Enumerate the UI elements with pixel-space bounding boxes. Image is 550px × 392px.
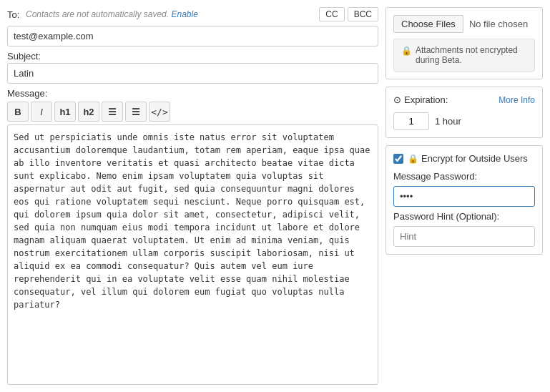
encrypt-checkbox[interactable] <box>393 154 403 164</box>
enable-link[interactable]: Enable <box>171 9 197 19</box>
subject-label: Subject: <box>7 51 378 62</box>
ul-button[interactable]: ☰ <box>102 102 123 122</box>
password-label: Message Password: <box>393 171 535 182</box>
attachments-panel: Choose Files No file chosen 🔒 Attachment… <box>386 7 543 79</box>
expiration-panel: ⊙ Expiration: More Info 1 hour <box>386 87 543 138</box>
clock-icon: ⊙ <box>393 94 401 105</box>
expiration-input[interactable] <box>393 112 429 130</box>
code-button[interactable]: </> <box>149 102 170 122</box>
more-info-link[interactable]: More Info <box>499 95 535 105</box>
message-label: Message: <box>7 88 378 99</box>
lock-icon: 🔒 <box>401 46 412 56</box>
hint-input[interactable] <box>393 226 535 247</box>
bold-button[interactable]: B <box>7 102 29 122</box>
attachments-warning: 🔒 Attachments not encrypted during Beta. <box>393 39 535 72</box>
no-file-label: No file chosen <box>469 19 528 29</box>
subject-input[interactable] <box>7 63 378 84</box>
to-label: To: <box>7 9 21 20</box>
attachments-warning-text: Attachments not encrypted during Beta. <box>416 45 527 65</box>
hint-label: Password Hint (Optional): <box>393 211 535 222</box>
cc-button[interactable]: CC <box>319 7 344 21</box>
bcc-button[interactable]: BCC <box>348 7 378 21</box>
italic-button[interactable]: I <box>31 102 52 122</box>
to-input[interactable] <box>7 26 378 46</box>
message-toolbar: B I h1 h2 ☰ ☰ </> <box>7 102 378 122</box>
encrypt-panel: 🔒 Encrypt for Outside Users Message Pass… <box>386 145 543 255</box>
password-input[interactable] <box>393 186 535 207</box>
h1-button[interactable]: h1 <box>54 102 76 122</box>
expiration-unit: 1 hour <box>435 116 461 127</box>
encrypt-label: 🔒 Encrypt for Outside Users <box>408 153 528 164</box>
contacts-notice: Contacts are not automatically saved. En… <box>26 9 198 19</box>
h2-button[interactable]: h2 <box>78 102 99 122</box>
ol-button[interactable]: ☰ <box>125 102 147 122</box>
encrypt-lock-icon: 🔒 <box>408 154 418 164</box>
expiration-label: ⊙ Expiration: <box>393 94 448 105</box>
choose-files-button[interactable]: Choose Files <box>393 15 463 33</box>
message-textarea[interactable]: Sed ut perspiciatis unde omnis iste natu… <box>7 124 378 385</box>
